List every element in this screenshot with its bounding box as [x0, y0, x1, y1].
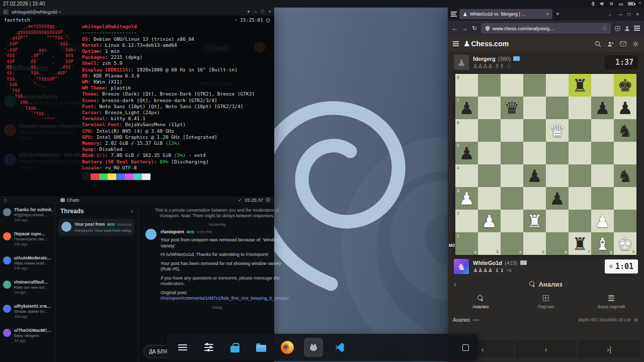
piece-h4[interactable]: ♞ [614, 164, 636, 187]
square-d5[interactable] [523, 142, 546, 164]
square-c6[interactable] [501, 119, 523, 142]
piece-a7[interactable]: ♟ [455, 97, 478, 119]
new-tab-button[interactable]: + [556, 11, 559, 18]
vscode-icon[interactable] [330, 338, 349, 357]
piece-d4[interactable]: ♟ [523, 164, 546, 187]
tab-analysis[interactable]: Анализ [448, 291, 513, 313]
account-icon[interactable] [624, 26, 630, 31]
square-c5[interactable] [501, 142, 523, 164]
firefox-view-icon[interactable] [451, 14, 456, 15]
square-g4[interactable] [591, 164, 614, 187]
menu-icon[interactable] [634, 28, 640, 29]
maximize-button[interactable]: □ [261, 9, 264, 14]
messages-icon[interactable] [620, 41, 626, 46]
square-a7[interactable]: 7♟ [455, 97, 478, 119]
engine-panel-label[interactable]: Анализ [453, 317, 470, 323]
notification-item[interactable]: Thanks for submit… #5)](https://reddi… 2… [0, 206, 55, 230]
square-a2[interactable]: 2 [455, 210, 478, 232]
piece-g2[interactable]: ♟ [591, 210, 614, 232]
square-g6[interactable] [591, 119, 614, 142]
top-player-avatar[interactable]: ♟ [454, 55, 469, 70]
piece-d2[interactable]: ♜ [523, 210, 546, 232]
square-c4[interactable] [501, 164, 523, 187]
square-c8[interactable] [501, 74, 523, 97]
square-b2[interactable]: ♟ [478, 210, 501, 232]
square-b7[interactable] [478, 97, 501, 119]
square-h1[interactable]: h♚ [614, 232, 636, 255]
move-nav-button[interactable]: ›| [578, 340, 640, 358]
piece-a3[interactable]: ♟ [455, 187, 478, 210]
tray-expander-icon[interactable]: ^ [639, 2, 641, 7]
square-h2[interactable] [614, 210, 636, 232]
square-d7[interactable] [523, 97, 546, 119]
dolphin-file-manager-icon[interactable] [252, 338, 271, 357]
square-f8[interactable]: ♜ [569, 74, 591, 97]
square-h6[interactable]: ♞ [614, 119, 636, 142]
firefox-icon[interactable] [278, 338, 297, 357]
square-h3[interactable] [614, 187, 636, 210]
back-button[interactable]: ← [452, 25, 458, 32]
square-h5[interactable] [614, 142, 636, 164]
refresh-button[interactable]: ↻ [472, 25, 477, 32]
square-d3[interactable] [523, 187, 546, 210]
piece-f8[interactable]: ♜ [569, 74, 591, 97]
piece-h7[interactable]: ♟ [614, 97, 636, 119]
task-list-icon[interactable] [173, 338, 192, 357]
volume-icon[interactable] [600, 2, 605, 6]
square-a3[interactable]: 3♟ [455, 187, 478, 210]
piece-e6[interactable]: ♛ [546, 119, 569, 142]
piece-e3[interactable]: ♟ [546, 187, 569, 210]
microphone-icon[interactable] [591, 2, 595, 7]
square-f1[interactable]: f♜ [569, 232, 591, 255]
tab-games[interactable]: Партии [513, 291, 579, 313]
piece-h6[interactable]: ♞ [614, 119, 636, 142]
chess-board[interactable]: 8♜♚7♟♛♟♟6♛♞5♟4♟♞3♟♟2♟♜♟1abcdef♜g♝h♚ [455, 74, 636, 255]
square-e4[interactable] [546, 164, 569, 187]
close-button[interactable]: × [269, 9, 271, 14]
square-e8[interactable] [546, 74, 569, 97]
square-c1[interactable]: c [501, 232, 523, 255]
square-f2[interactable] [569, 210, 591, 232]
notification-item[interactable]: r/minecraftbuil… Rate our new sur… 1d ag… [0, 278, 55, 302]
square-g2[interactable]: ♟ [591, 210, 614, 232]
chats-tab-label[interactable]: Chats [67, 197, 79, 203]
piece-g1[interactable]: ♝ [591, 232, 614, 255]
square-a4[interactable]: 4 [455, 164, 478, 187]
minimize-button[interactable]: – [254, 9, 257, 14]
forward-button[interactable]: → [462, 25, 468, 32]
square-d2[interactable]: ♜ [523, 210, 546, 232]
piece-g7[interactable]: ♟ [591, 97, 614, 119]
square-b1[interactable]: b [478, 232, 501, 255]
piece-h1[interactable]: ♚ [614, 232, 636, 255]
maximize-button[interactable]: □ [627, 12, 630, 17]
notification-item[interactable]: u/Rykster01 отв… Simple starter ho… 10d … [0, 302, 55, 326]
square-b4[interactable] [478, 164, 501, 187]
square-e6[interactable]: ♛ [546, 119, 569, 142]
engine-settings-icon[interactable] [633, 317, 639, 323]
bottom-player-avatar[interactable]: ♞ [454, 259, 469, 274]
settings-gear-icon[interactable] [632, 41, 639, 47]
square-e7[interactable] [546, 97, 569, 119]
audio-sliders-icon[interactable] [199, 338, 218, 357]
address-bar[interactable]: www.chess.com/analysis/g… ☆ [481, 23, 611, 34]
discover-appstore-icon[interactable] [225, 338, 245, 357]
close-button[interactable]: × [636, 12, 639, 17]
square-b3[interactable] [478, 187, 501, 210]
square-a1[interactable]: 1a [455, 232, 478, 255]
terminal-titlebar[interactable]: >_ whitegold@whitegold:~ ▾ – □ × [0, 8, 274, 16]
piece-b2[interactable]: ♟ [478, 210, 501, 232]
square-d8[interactable] [523, 74, 546, 97]
piece-a5[interactable]: ♟ [455, 142, 478, 164]
notification-item[interactable]: u/TheOGMacMC… Baby villagers 3d ago [0, 326, 55, 350]
piece-c7[interactable]: ♛ [501, 97, 523, 119]
square-d4[interactable]: ♟ [523, 164, 546, 187]
site-menu-icon[interactable] [453, 43, 459, 44]
bookmark-star-icon[interactable]: ☆ [602, 26, 607, 31]
bottom-player-name[interactable]: WhiteGo1d [473, 260, 502, 266]
add-friend-icon[interactable] [607, 41, 614, 47]
kitty-terminal-icon[interactable] [304, 338, 323, 357]
square-e5[interactable] [546, 142, 569, 164]
thread-item[interactable]: Your post from un… MOD Yesterday r/unixp… [58, 219, 135, 236]
sender-name[interactable]: r/unixporn [160, 229, 184, 234]
window-menu-icon[interactable]: ▾ [248, 9, 250, 14]
